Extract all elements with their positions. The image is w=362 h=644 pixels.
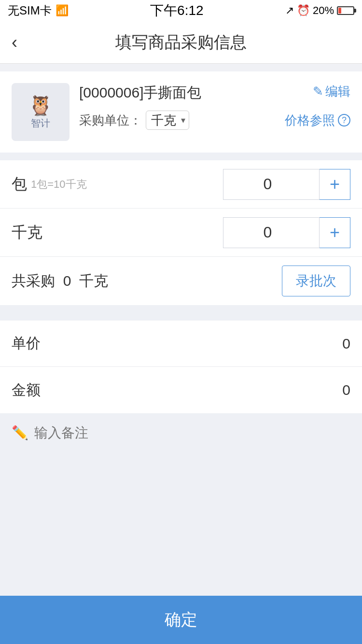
status-bar: 无SIM卡 📶 下午6:12 ↗ ⏰ 20%: [0, 0, 362, 21]
price-ref-label: 价格参照: [285, 112, 335, 129]
total-prefix: 共采购: [12, 273, 55, 289]
kg-label: 千克: [12, 222, 42, 243]
input-section: 包 1包=10千克 + 千克 +: [0, 160, 362, 257]
edit-icon: ✎: [313, 84, 323, 99]
unit-select-wrapper[interactable]: 千克 包: [146, 111, 189, 130]
unit-price-label: 单价: [12, 334, 41, 353]
kg-plus-button[interactable]: +: [320, 217, 350, 248]
total-value: 0: [63, 273, 71, 289]
total-text: 共采购 0 千克: [12, 271, 108, 291]
battery-icon: [337, 6, 354, 15]
bag-label: 包: [12, 174, 27, 195]
owl-icon: 🦉: [28, 94, 53, 117]
status-time: 下午6:12: [150, 1, 204, 20]
edit-label: 编辑: [325, 83, 350, 100]
amount-row: 金额 0: [0, 367, 362, 413]
total-unit: 千克: [79, 273, 108, 289]
page-title: 填写商品采购信息: [115, 31, 247, 54]
unit-label: 采购单位：: [79, 112, 142, 129]
back-button[interactable]: ‹: [12, 32, 17, 53]
product-info: [0000006]手撕面包 ✎ 编辑 采购单位： 千克 包: [79, 83, 350, 130]
amount-value: 0: [342, 382, 350, 398]
price-ref-button[interactable]: 价格参照 ?: [285, 112, 350, 129]
batch-button[interactable]: 录批次: [282, 266, 350, 296]
nav-bar: ‹ 填写商品采购信息: [0, 21, 362, 64]
bag-plus-button[interactable]: +: [320, 169, 350, 200]
main-content: 🦉 智计 [0000006]手撕面包 ✎ 编辑 采购单位： 千克 包: [0, 71, 362, 644]
status-left: 无SIM卡 📶: [8, 3, 69, 18]
amount-label: 金额: [12, 380, 41, 400]
unit-price-value: 0: [342, 336, 350, 352]
price-ref-icon: ?: [338, 114, 350, 126]
unit-price-row: 单价 0: [0, 321, 362, 367]
carrier-text: 无SIM卡: [8, 3, 52, 18]
product-image: 🦉 智计: [12, 83, 70, 141]
bag-input[interactable]: [223, 169, 320, 200]
confirm-button[interactable]: 确定: [0, 596, 362, 644]
total-row: 共采购 0 千克 录批次: [0, 257, 362, 305]
kg-input-row: 千克 +: [0, 209, 362, 257]
location-icon: ↗: [285, 4, 294, 17]
unit-select[interactable]: 千克 包: [146, 111, 189, 130]
kg-input[interactable]: [223, 217, 320, 248]
alarm-icon: ⏰: [297, 4, 310, 17]
battery-text: 20%: [313, 4, 334, 17]
price-section: 单价 0 金额 0: [0, 321, 362, 413]
status-right: ↗ ⏰ 20%: [285, 4, 354, 17]
edit-button[interactable]: ✎ 编辑: [313, 83, 350, 100]
pencil-icon: ✏️: [12, 425, 28, 441]
bag-input-row: 包 1包=10千克 +: [0, 160, 362, 209]
confirm-label: 确定: [165, 609, 197, 631]
remark-input[interactable]: [34, 425, 350, 441]
divider-1: [0, 153, 362, 160]
remark-section: ✏️: [0, 413, 362, 452]
product-image-label: 智计: [28, 117, 53, 130]
product-name: [0000006]手撕面包: [79, 83, 313, 103]
bag-sublabel: 1包=10千克: [31, 177, 87, 192]
product-card: 🦉 智计 [0000006]手撕面包 ✎ 编辑 采购单位： 千克 包: [0, 71, 362, 153]
wifi-icon: 📶: [56, 4, 69, 17]
divider-2: [0, 305, 362, 313]
